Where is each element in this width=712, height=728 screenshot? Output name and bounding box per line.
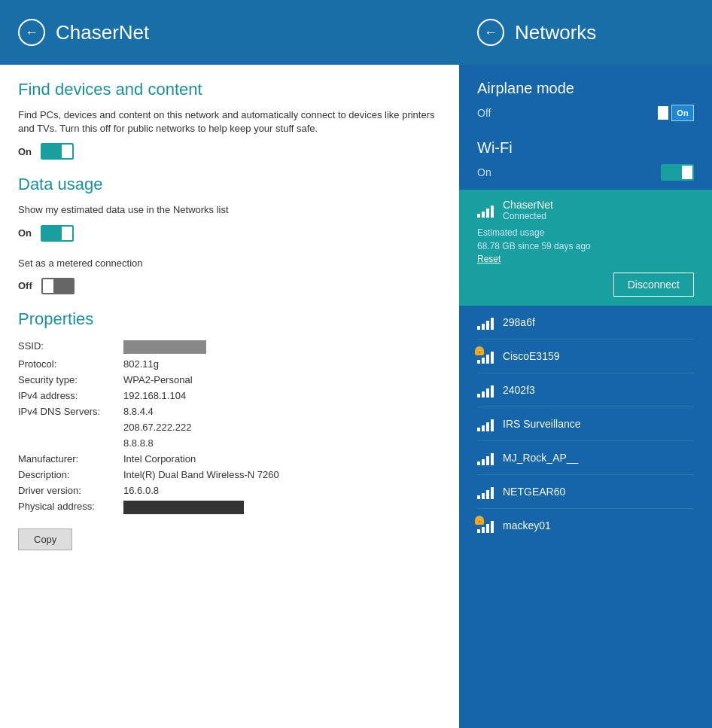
table-row: Physical address: (18, 498, 441, 516)
networks-back-button[interactable]: ← (477, 19, 504, 46)
list-item[interactable]: IRS Surveillance (477, 407, 694, 441)
prop-value-dns2: 208.67.222.222 (123, 419, 441, 435)
reset-link[interactable]: Reset (477, 254, 501, 264)
prop-value-manufacturer: Intel Corporation (123, 451, 441, 467)
prop-value-physical (123, 498, 441, 516)
data-usage-section: Data usage Show my estimated data use in… (18, 175, 441, 294)
airplane-mode-section: Airplane mode Off On (477, 80, 694, 121)
list-item[interactable]: 🔒 CiscoE3159 (477, 340, 694, 373)
prop-label-dns: IPv4 DNS Servers: (18, 404, 123, 419)
signal-icon-netgear (477, 484, 494, 499)
prop-value-driver: 16.6.0.8 (123, 483, 441, 498)
right-content: Airplane mode Off On Wi-Fi On (459, 65, 712, 728)
networks-list: 298a6f 🔒 CiscoE3159 2402f3 (477, 306, 694, 542)
signal-icon-298a6f (477, 315, 494, 330)
page-title: ChaserNet (56, 21, 149, 44)
connected-network-info: ChaserNet Connected (503, 199, 553, 221)
back-button[interactable]: ← (18, 19, 45, 46)
connected-network-item[interactable]: ChaserNet Connected Estimated usage 68.7… (459, 190, 712, 306)
network-name-298a6f: 298a6f (503, 316, 535, 328)
right-header: ← Networks (459, 0, 712, 65)
usage-value: 68.78 GB since 59 days ago (477, 241, 694, 251)
lock-badge-mackey: 🔒 (475, 516, 484, 525)
table-row: IPv4 DNS Servers: 8.8.4.4 (18, 404, 441, 419)
list-item[interactable]: MJ_Rock_AP__ (477, 441, 694, 475)
prop-label-description: Description: (18, 467, 123, 483)
list-item[interactable]: 2402f3 (477, 373, 694, 407)
properties-section: Properties SSID: Protocol: 802.11g Secur… (18, 309, 441, 550)
connected-network-status: Connected (503, 211, 553, 221)
table-row: Description: Intel(R) Dual Band Wireless… (18, 467, 441, 483)
prop-label-driver: Driver version: (18, 483, 123, 498)
physical-bar (123, 501, 244, 514)
prop-value-ipv4: 192.168.1.104 (123, 388, 441, 404)
prop-label-physical: Physical address: (18, 498, 123, 516)
airplane-toggle-on-label: On (677, 108, 688, 117)
prop-label-protocol: Protocol: (18, 356, 123, 372)
prop-label-manufacturer: Manufacturer: (18, 451, 123, 467)
networks-title: Networks (515, 21, 596, 44)
prop-label-dns3-empty (18, 435, 123, 451)
back-icon: ← (25, 25, 38, 41)
network-name-cisco: CiscoE3159 (503, 350, 560, 362)
signal-icon-irs (477, 416, 494, 431)
table-row: Manufacturer: Intel Corporation (18, 451, 441, 467)
airplane-toggle-thumb (658, 106, 668, 120)
table-row: Security type: WPA2-Personal (18, 372, 441, 388)
find-devices-title: Find devices and content (18, 80, 441, 99)
left-header: ← ChaserNet (0, 0, 459, 65)
data-usage-show-toggle[interactable] (41, 225, 74, 242)
lock-overlay-cisco: 🔒 (477, 349, 494, 364)
prop-value-security: WPA2-Personal (123, 372, 441, 388)
lock-icon: 🔒 (476, 348, 483, 354)
table-row: Protocol: 802.11g (18, 356, 441, 372)
data-usage-title: Data usage (18, 175, 441, 194)
prop-label-ipv4: IPv4 address: (18, 388, 123, 404)
table-row: 8.8.8.8 (18, 435, 441, 451)
data-usage-show-toggle-row: On (18, 225, 441, 242)
disconnect-button[interactable]: Disconnect (613, 273, 694, 297)
list-item[interactable]: 🔒 mackey01 (477, 509, 694, 542)
left-panel: ← ChaserNet Find devices and content Fin… (0, 0, 459, 728)
connected-signal-icon (477, 203, 494, 218)
network-name-mackey: mackey01 (503, 519, 551, 532)
find-devices-toggle-label: On (18, 146, 32, 157)
metered-toggle-row: Off (18, 278, 441, 294)
airplane-toggle-container: On (658, 105, 694, 121)
table-row: 208.67.222.222 (18, 419, 441, 435)
wifi-title: Wi-Fi (477, 139, 694, 157)
prop-label-security: Security type: (18, 372, 123, 388)
list-item[interactable]: NETGEAR60 (477, 475, 694, 509)
find-devices-section: Find devices and content Find PCs, devic… (18, 80, 441, 160)
wifi-label: On (477, 166, 491, 178)
find-devices-toggle-row: On (18, 143, 441, 160)
lock-icon-mackey: 🔒 (476, 517, 483, 523)
copy-button[interactable]: Copy (18, 528, 72, 550)
list-item[interactable]: 298a6f (477, 306, 694, 340)
airplane-mode-row: Off On (477, 105, 694, 121)
networks-back-icon: ← (484, 25, 497, 41)
prop-value-dns1: 8.8.4.4 (123, 404, 441, 419)
network-name-netgear: NETGEAR60 (503, 486, 565, 498)
prop-value-description: Intel(R) Dual Band Wireless-N 7260 (123, 467, 441, 483)
prop-label-ssid: SSID: (18, 338, 123, 356)
metered-desc: Set as a metered connection (18, 257, 441, 270)
data-usage-show-desc: Show my estimated data use in the Networ… (18, 203, 441, 217)
lock-overlay-mackey: 🔒 (477, 518, 494, 533)
wifi-row: On (477, 164, 694, 181)
metered-toggle-label: Off (18, 280, 32, 291)
usage-label: Estimated usage (477, 227, 694, 238)
find-devices-desc: Find PCs, devices and content on this ne… (18, 108, 441, 136)
airplane-mode-title: Airplane mode (477, 80, 694, 97)
network-name-mj: MJ_Rock_AP__ (503, 452, 578, 464)
wifi-section: Wi-Fi On (477, 139, 694, 181)
wifi-toggle[interactable] (661, 164, 694, 181)
table-row: SSID: (18, 338, 441, 356)
data-usage-show-label: On (18, 227, 32, 239)
find-devices-toggle[interactable] (41, 143, 74, 160)
airplane-toggle[interactable]: On (671, 105, 694, 121)
metered-toggle[interactable] (41, 278, 75, 294)
connected-top: ChaserNet Connected (477, 199, 694, 221)
right-panel: ← Networks Airplane mode Off On Wi-Fi On (459, 0, 712, 728)
properties-title: Properties (18, 309, 441, 329)
